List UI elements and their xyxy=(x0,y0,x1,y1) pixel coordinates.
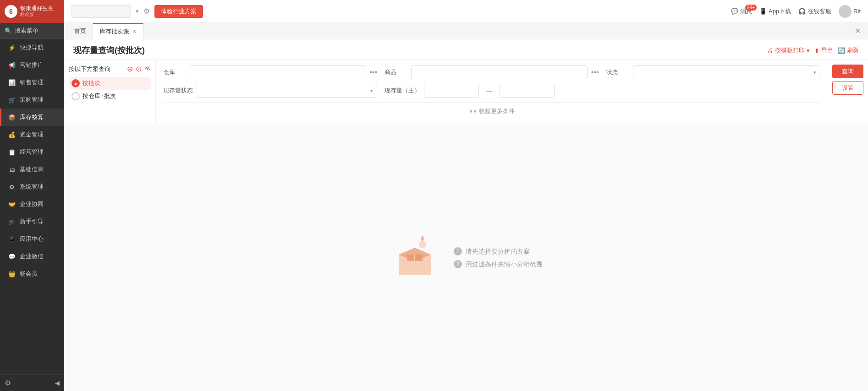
scheme-settings-icon[interactable]: ⊙ xyxy=(136,65,142,73)
tab-inventory-batch[interactable]: 库存批次账 ✕ xyxy=(93,23,143,39)
company-name: 畅康通好生意 xyxy=(20,5,53,11)
wechat-icon: 💬 xyxy=(8,252,16,261)
svg-point-4 xyxy=(419,241,426,248)
newbie-icon: 🎓 xyxy=(8,217,16,226)
export-icon: ⬆ xyxy=(814,47,819,54)
collapse-more-btn[interactable]: ∧∧ 收起更多条件 xyxy=(163,104,820,118)
stock-status-dropdown-icon: ▾ xyxy=(370,88,373,94)
online-service-label: 在线客服 xyxy=(808,7,831,16)
empty-tips: 1 请先选择要分析的方案 2 用过滤条件来缩小分析范围 xyxy=(454,245,543,271)
print-dropdown-icon[interactable]: ▾ xyxy=(807,47,810,54)
search-menu-label: 搜索菜单 xyxy=(15,27,38,35)
main-area: ▾ ⚙ 体验行业方案 💬 消息 99+ 📱 App下载 🎧 在线客服 Rit xyxy=(64,0,868,391)
tabs-bar: 首页 库存批次账 ✕ ✕ xyxy=(64,23,868,39)
sidebar-item-sales[interactable]: 📊 销售管理 xyxy=(0,74,64,91)
search-icon: 🔍 xyxy=(5,27,12,34)
topbar-gear-icon[interactable]: ⚙ xyxy=(143,7,150,16)
app-download-label: App下载 xyxy=(769,7,791,16)
sidebar-item-newbie[interactable]: 🎓 新手引导 xyxy=(0,213,64,230)
warehouse-more-icon[interactable]: ••• xyxy=(370,68,378,76)
sidebar-item-basics[interactable]: 🗂 基础信息 xyxy=(0,161,64,178)
sidebar-item-label: 畅会员 xyxy=(20,270,38,278)
sidebar-item-label: 企业微信 xyxy=(20,252,44,261)
warehouse-input[interactable] xyxy=(190,65,366,79)
product-more-icon[interactable]: ••• xyxy=(591,68,599,76)
tip-2-text: 用过滤条件来缩小分析范围 xyxy=(466,258,543,271)
stock-amount-label: 现存量（主） xyxy=(385,87,420,95)
add-scheme-icon[interactable]: ⊕ xyxy=(127,65,133,73)
username-label: Rit xyxy=(853,8,861,15)
refresh-icon: 🔄 xyxy=(838,47,845,54)
filter-field-stock-amount: 现存量（主） — xyxy=(385,84,599,98)
app-download-item[interactable]: 📱 App下载 xyxy=(759,7,791,16)
search-menu[interactable]: 🔍 搜索菜单 xyxy=(0,23,64,39)
chevron-up-icon: ∧∧ xyxy=(469,108,477,114)
app-download-icon: 📱 xyxy=(759,8,767,15)
filter-fields-panel: 仓库 ••• 商品 ••• 状态 ▾ xyxy=(156,60,828,124)
sidebar-item-enterprise[interactable]: 🤝 企业协同 xyxy=(0,196,64,213)
topbar-search-input[interactable] xyxy=(71,5,131,18)
sidebar-item-wechat[interactable]: 💬 企业微信 xyxy=(0,248,64,265)
filter-panel: 按以下方案查询 ⊕ ⊙ ≪ ● 按批次 ○ 按仓库+批次 xyxy=(64,60,868,124)
user-profile-item[interactable]: Rit xyxy=(839,5,861,18)
sidebar-item-finance[interactable]: 💰 资金管理 xyxy=(0,126,64,143)
sidebar-item-member[interactable]: 👑 畅会员 xyxy=(0,265,64,282)
sidebar-item-label: 基础信息 xyxy=(20,165,44,174)
sidebar-header: 6 畅康通好生意 标准版 xyxy=(0,0,64,23)
sales-icon: 📊 xyxy=(8,78,16,87)
svg-point-6 xyxy=(421,236,424,240)
sidebar-item-operations[interactable]: 📋 经营管理 xyxy=(0,143,64,161)
messages-item[interactable]: 💬 消息 99+ xyxy=(731,7,752,16)
operations-icon: 📋 xyxy=(8,148,16,156)
stock-status-select[interactable]: ▾ xyxy=(197,84,377,98)
scheme-inactive-dot: ○ xyxy=(71,92,80,100)
scheme-by-batch-label: 按批次 xyxy=(82,79,100,87)
scheme-collapse-icon[interactable]: ≪ xyxy=(144,65,151,73)
sidebar-item-apps[interactable]: 📱 应用中心 xyxy=(0,230,64,248)
empty-tip-1: 1 请先选择要分析的方案 xyxy=(454,245,543,258)
sidebar-item-marketing[interactable]: 📢 营销推广 xyxy=(0,56,64,74)
export-action[interactable]: ⬆ 导出 xyxy=(814,46,833,54)
filter-field-warehouse: 仓库 ••• xyxy=(163,65,377,79)
sidebar-item-system[interactable]: ⚙ 系统管理 xyxy=(0,178,64,196)
shortcuts-icon: ⚡ xyxy=(8,43,16,52)
sidebar-item-label: 新手引导 xyxy=(20,217,44,226)
sidebar-item-label: 资金管理 xyxy=(20,130,44,139)
status-label: 状态 xyxy=(606,68,629,76)
topbar-dropdown-icon[interactable]: ▾ xyxy=(136,8,139,15)
enterprise-icon: 🤝 xyxy=(8,200,16,208)
sidebar-item-purchase[interactable]: 🛒 采购管理 xyxy=(0,91,64,109)
status-select[interactable]: ▾ xyxy=(633,65,820,79)
settings-button[interactable]: 设置 xyxy=(832,81,863,95)
scheme-item-by-batch[interactable]: ● 按批次 xyxy=(69,77,151,90)
refresh-label: 刷新 xyxy=(847,46,859,54)
refresh-action[interactable]: 🔄 刷新 xyxy=(838,46,859,54)
scheme-active-dot: ● xyxy=(71,79,80,87)
tab-area-close[interactable]: ✕ xyxy=(855,27,864,35)
finance-icon: 💰 xyxy=(8,130,16,139)
collapse-more-label: 收起更多条件 xyxy=(479,107,515,115)
topbar-right: 💬 消息 99+ 📱 App下载 🎧 在线客服 Rit xyxy=(731,5,861,18)
tip-num-1: 1 xyxy=(454,247,462,255)
collapse-icon[interactable]: ◀ xyxy=(55,380,60,386)
filter-row-1: 仓库 ••• 商品 ••• 状态 ▾ xyxy=(163,65,820,79)
settings-icon[interactable]: ⚙ xyxy=(5,379,11,387)
product-input[interactable] xyxy=(411,65,588,79)
print-action[interactable]: 🖨 按模板打印 ▾ xyxy=(767,46,810,54)
page-header: 现存量查询(按批次) 🖨 按模板打印 ▾ ⬆ 导出 🔄 刷新 xyxy=(64,39,868,60)
stock-amount-from[interactable] xyxy=(424,84,479,98)
tip-num-2: 2 xyxy=(454,260,462,268)
scheme-item-by-warehouse-batch[interactable]: ○ 按仓库+批次 xyxy=(69,90,151,103)
sidebar-item-label: 采购管理 xyxy=(20,96,44,104)
tab-home[interactable]: 首页 xyxy=(68,23,93,39)
query-button[interactable]: 查询 xyxy=(832,65,863,78)
tab-close-icon[interactable]: ✕ xyxy=(132,28,137,35)
sidebar-item-label: 应用中心 xyxy=(20,235,44,243)
stock-amount-to[interactable] xyxy=(500,84,555,98)
sidebar-item-shortcuts[interactable]: ⚡ 快捷导航 xyxy=(0,39,64,56)
sidebar: 6 畅康通好生意 标准版 🔍 搜索菜单 ⚡ 快捷导航 📢 营销推广 📊 销售管理… xyxy=(0,0,64,391)
online-service-item[interactable]: 🎧 在线客服 xyxy=(798,7,831,16)
sidebar-item-inventory[interactable]: 📦 库存核算 xyxy=(0,109,64,126)
system-icon: ⚙ xyxy=(8,183,16,191)
experience-button[interactable]: 体验行业方案 xyxy=(154,5,203,18)
